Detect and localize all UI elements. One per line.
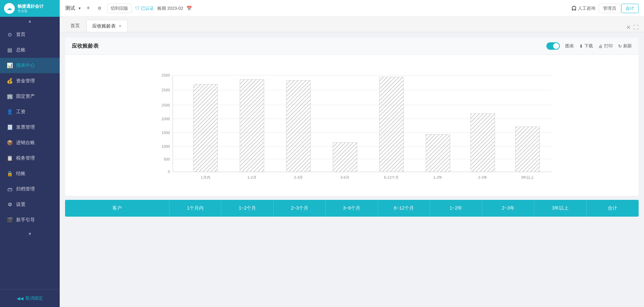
col-2-3yr: 2~3年 — [482, 200, 534, 217]
report-actions: 图表 ⬇ 下载 🖨 打印 ↻ 刷新 — [546, 42, 632, 50]
manager-button[interactable]: 管理员 — [599, 4, 621, 13]
download-label: 下载 — [584, 43, 593, 49]
tabbar: 首页 应收账龄表 ✕ ✕ ⛶ — [60, 17, 644, 32]
headset-icon: 🎧 — [571, 6, 577, 11]
sidebar-item-label: 固定资产 — [16, 93, 35, 99]
sidebar-item-label: 工资 — [16, 109, 25, 115]
sidebar-fix-button[interactable]: ◀◀ 取消固定 — [0, 292, 60, 304]
main: 测试 ▾ + ⚙ 切到旧版 🛡 已认证 账期 2023-02 📅 🎧 人工咨询 … — [60, 0, 644, 307]
sidebar-item-home[interactable]: ⊙ 首页 — [0, 27, 60, 42]
sidebar-item-tax[interactable]: 📋 税务管理 — [0, 150, 60, 166]
user-buttons: 管理员 会计 — [599, 4, 639, 13]
sidebar-scroll-up[interactable]: ▲ — [0, 17, 60, 25]
svg-text:2-3月: 2-3月 — [294, 175, 303, 179]
tax-icon: 📋 — [7, 155, 13, 161]
sidebar-item-ledger[interactable]: ▤ 总账 — [0, 42, 60, 58]
report-header: 应收账龄表 图表 ⬇ 下载 🖨 打印 ↻ 刷新 — [65, 38, 639, 55]
legacy-version-button[interactable]: 切到旧版 — [107, 4, 132, 13]
download-button[interactable]: ⬇ 下载 — [579, 43, 593, 49]
tab-aging[interactable]: 应收账龄表 ✕ — [87, 20, 127, 32]
sidebar-item-invoice[interactable]: 🧾 发票管理 — [0, 120, 60, 135]
sidebar-item-assets[interactable]: 🏢 固定资产 — [0, 89, 60, 104]
funds-icon: 💰 — [7, 78, 13, 84]
sidebar-item-label: 进销台账 — [16, 140, 35, 146]
certified-badge: 🛡 已认证 — [135, 5, 154, 11]
fix-label: 取消固定 — [25, 295, 43, 301]
close-icon: 🔒 — [7, 171, 13, 177]
accountant-button[interactable]: 会计 — [621, 4, 639, 13]
expand-window-button[interactable]: ⛶ — [633, 25, 639, 31]
col-1mo: 1个月内 — [169, 200, 221, 217]
bar-1mo — [194, 84, 218, 172]
project-dropdown-icon[interactable]: ▾ — [78, 6, 81, 11]
svg-text:2000: 2000 — [162, 117, 170, 121]
period-label: 账期 2023-02 — [157, 5, 183, 11]
sidebar-logo: ☁ 畅捷通好会计 专业版 — [0, 0, 60, 17]
close-window-button[interactable]: ✕ — [626, 24, 631, 31]
sidebar-item-payroll[interactable]: 👤 工资 — [0, 104, 60, 120]
table-card: 客户 1个月内 1~2个月 2~3个月 3~6个月 6~12个月 1~2年 2~… — [65, 200, 639, 217]
project-name: 测试 — [65, 5, 75, 11]
settings-icon[interactable]: ⚙ — [96, 4, 104, 12]
bar-2-3mo — [286, 80, 311, 172]
svg-text:2500: 2500 — [162, 73, 170, 77]
sidebar-item-guide[interactable]: 🎬 新手引导 — [0, 212, 60, 228]
sidebar-item-reports[interactable]: 📊 报表中心 — [0, 58, 60, 73]
col-1-2mo: 1~2个月 — [221, 200, 273, 217]
col-1-2yr: 1~2年 — [430, 200, 482, 217]
settings-icon: ⚙ — [7, 202, 13, 208]
payroll-icon: 👤 — [7, 109, 13, 115]
sidebar-item-label: 税务管理 — [16, 155, 35, 161]
svg-text:2500: 2500 — [162, 103, 170, 107]
bar-3-6mo — [333, 142, 357, 172]
sidebar-item-archive[interactable]: 🗃 归档管理 — [0, 181, 60, 197]
svg-text:1-2年: 1-2年 — [433, 175, 442, 179]
sidebar-item-label: 首页 — [16, 32, 25, 38]
download-icon: ⬇ — [579, 44, 583, 49]
svg-text:2-3年: 2-3年 — [478, 175, 487, 179]
refresh-button[interactable]: ↻ 刷新 — [618, 43, 632, 49]
bar-6-12mo — [379, 77, 404, 172]
bar-3yr-plus — [516, 127, 540, 172]
sidebar-scroll-down[interactable]: ▼ — [0, 230, 60, 238]
bar-1-2yr — [426, 134, 450, 172]
tab-close-icon[interactable]: ✕ — [118, 24, 122, 29]
col-6-12mo: 6~12个月 — [378, 200, 430, 217]
sidebar-item-label: 归档管理 — [16, 186, 35, 192]
tab-home-label: 首页 — [70, 23, 80, 29]
logo-main: 畅捷通好会计 — [17, 4, 44, 9]
svg-text:0: 0 — [168, 170, 170, 174]
calendar-icon[interactable]: 📅 — [186, 6, 192, 11]
topbar: 测试 ▾ + ⚙ 切到旧版 🛡 已认证 账期 2023-02 📅 🎧 人工咨询 … — [60, 0, 644, 17]
reports-icon: 📊 — [7, 62, 13, 69]
svg-text:6-12个月: 6-12个月 — [384, 175, 399, 179]
svg-text:3-6月: 3-6月 — [340, 175, 350, 179]
sidebar-item-label: 报表中心 — [16, 62, 35, 69]
logo-text: 畅捷通好会计 专业版 — [17, 4, 44, 13]
guide-icon: 🎬 — [7, 217, 13, 223]
logo-icon: ☁ — [4, 3, 15, 14]
sidebar-item-close[interactable]: 🔒 结账 — [0, 166, 60, 181]
sidebar-item-settings[interactable]: ⚙ 设置 — [0, 197, 60, 212]
sidebar-item-funds[interactable]: 💰 资金管理 — [0, 73, 60, 89]
invoice-icon: 🧾 — [7, 124, 13, 130]
bar-1-2mo — [240, 79, 264, 172]
svg-text:1月内: 1月内 — [201, 175, 210, 179]
consult-label: 人工咨询 — [578, 5, 595, 11]
chart-toggle[interactable] — [546, 42, 560, 50]
col-customer: 客户 — [65, 200, 169, 217]
col-total: 合计 — [587, 200, 639, 217]
svg-text:1000: 1000 — [162, 144, 170, 148]
logo-sub: 专业版 — [17, 9, 44, 13]
tab-home[interactable]: 首页 — [65, 20, 85, 32]
sidebar-item-label: 新手引导 — [16, 217, 35, 223]
sidebar-item-label: 设置 — [16, 202, 25, 208]
col-3yr-plus: 3年以上 — [534, 200, 586, 217]
print-button[interactable]: 🖨 打印 — [598, 43, 613, 49]
sidebar-item-label: 总账 — [16, 47, 25, 53]
sidebar-item-trade[interactable]: 📦 进销台账 — [0, 135, 60, 150]
archive-icon: 🗃 — [7, 186, 13, 192]
add-button[interactable]: + — [84, 4, 92, 12]
content-area: 应收账龄表 图表 ⬇ 下载 🖨 打印 ↻ 刷新 — [60, 32, 644, 307]
consult-button[interactable]: 🎧 人工咨询 — [571, 5, 595, 11]
